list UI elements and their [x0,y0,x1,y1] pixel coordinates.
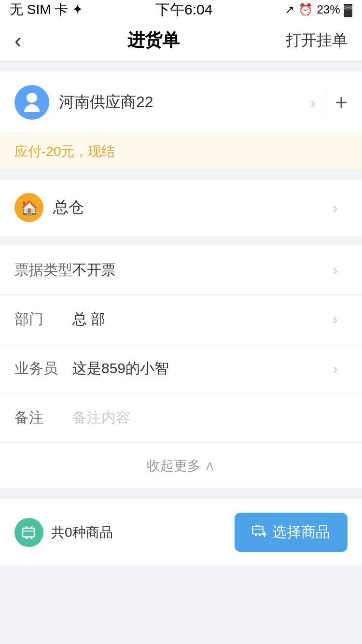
location-icon: ↗ [285,3,294,16]
warehouse-section: 🏠 总仓 › [0,180,362,236]
select-goods-button[interactable]: 选择商品 [235,513,348,552]
invoice-type-chevron-icon: › [333,261,338,279]
alarm-icon: ⏰ [298,3,313,16]
remark-label: 备注 [14,408,72,428]
add-supplier-button[interactable]: + [335,90,348,114]
svg-rect-6 [252,526,263,534]
main-content: 河南供应商22 › + 应付-20元，现结 🏠 总仓 › 票据类型 不开票 › [0,62,362,644]
vertical-divider [325,92,325,113]
warehouse-icon-circle: 🏠 [14,193,43,222]
salesperson-row[interactable]: 业务员 这是859的小智 › [0,344,362,393]
goods-count-area: 共0种商品 [14,518,113,547]
alert-banner: 应付-20元，现结 [0,134,362,170]
department-row[interactable]: 部门 总 部 › [0,295,362,344]
form-section: 票据类型 不开票 › 部门 总 部 › 业务员 这是859的小智 › 备注 备注… [0,246,362,489]
svg-point-8 [255,534,257,536]
supplier-name: 河南供应商22 [59,92,310,113]
alert-text: 应付-20元，现结 [14,144,115,159]
cart-add-icon [252,524,266,537]
supplier-section: 河南供应商22 › + 应付-20元，现结 [0,71,362,170]
svg-point-3 [30,536,33,539]
section-gap-1 [0,62,362,71]
warehouse-chevron-icon: › [333,199,338,217]
page-title: 进货单 [127,28,180,52]
warehouse-row[interactable]: 🏠 总仓 › [0,180,362,236]
status-time: 下午6:04 [155,0,212,20]
department-label: 部门 [14,309,72,329]
warehouse-name: 总仓 [53,197,333,218]
battery-icon: ▓ [344,3,353,16]
svg-point-2 [26,536,28,539]
bottom-bar: 共0种商品 选择商品 [0,499,362,565]
back-button[interactable]: ‹ [14,28,22,53]
svg-point-9 [259,534,261,536]
section-gap-3 [0,236,362,246]
status-bar: 无 SIM 卡 ✦ 下午6:04 ↗ ⏰ 23% ▓ [0,0,362,19]
goods-count-text: 共0种商品 [51,523,113,542]
invoice-type-value: 不开票 [72,260,333,280]
collapse-text: 收起更多 ∧ [147,457,216,475]
person-icon [22,93,42,112]
avatar [14,85,49,120]
collapse-row[interactable]: 收起更多 ∧ [0,443,362,489]
nav-bar: ‹ 进货单 打开挂单 [0,19,362,62]
section-gap-2 [0,170,362,180]
cart-icon [21,524,37,541]
avatar-body [24,104,40,112]
remark-input[interactable]: 备注内容 [72,408,348,428]
supplier-row[interactable]: 河南供应商22 › + [0,71,362,134]
salesperson-chevron-icon: › [333,360,338,378]
open-hangup-button[interactable]: 打开挂单 [286,30,348,51]
house-icon: 🏠 [20,199,38,216]
remark-row[interactable]: 备注 备注内容 [0,393,362,443]
status-right: ↗ ⏰ 23% ▓ [285,3,352,16]
department-chevron-icon: › [333,310,338,328]
invoice-type-row[interactable]: 票据类型 不开票 › [0,246,362,295]
salesperson-value: 这是859的小智 [72,359,333,378]
invoice-type-label: 票据类型 [14,260,72,280]
select-goods-icon [252,524,266,540]
battery-text: 23% [317,3,340,16]
department-value: 总 部 [72,309,333,329]
salesperson-label: 业务员 [14,359,72,378]
chevron-right-icon: › [310,94,316,112]
svg-rect-0 [23,528,34,537]
status-left: 无 SIM 卡 ✦ [10,0,83,19]
avatar-head [27,93,37,103]
goods-icon-circle [14,518,43,547]
select-goods-label: 选择商品 [272,522,330,542]
